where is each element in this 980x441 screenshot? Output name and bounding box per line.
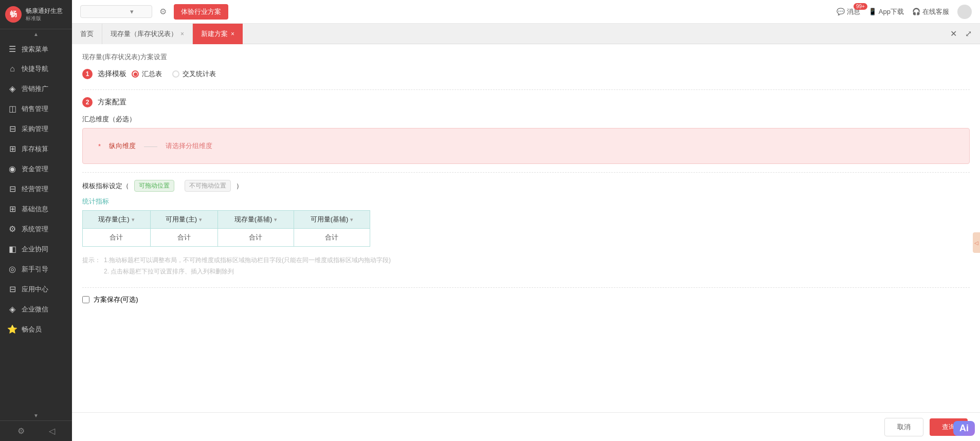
tip-1: 提示： 2. 点击标题栏下拉可设置排序、插入列和删除列 — [82, 266, 970, 278]
search-input[interactable] — [86, 8, 127, 15]
stat-label: 统计指标 — [82, 197, 970, 206]
col-summary-3: 合计 — [294, 229, 370, 247]
sidebar-nav: ☰ 搜索菜单 ⌂ 快捷导航 ◈ 营销推广 ◫ 销售管理 ⊟ 采购管理 ⊞ 库存核… — [0, 39, 72, 411]
radio-cross[interactable]: 交叉统计表 — [172, 69, 216, 79]
message-icon: 💬 — [837, 8, 845, 15]
radio-summary[interactable]: 汇总表 — [132, 69, 162, 79]
sidebar-item-search[interactable]: ☰ 搜索菜单 — [0, 39, 72, 59]
window-expand-icon[interactable]: ⤢ — [963, 27, 974, 41]
sidebar-item-label: 经营管理 — [22, 185, 48, 194]
sidebar-item-corp[interactable]: ◧ 企业协同 — [0, 239, 72, 259]
tabbar: 首页 现存量（库存状况表） × 新建方案 × ✕ ⤢ — [72, 24, 980, 44]
sidebar-item-label: 营销推广 — [22, 84, 48, 94]
star-icon: ⭐ — [7, 324, 17, 334]
col-summary-1: 合计 — [150, 229, 218, 247]
sidebar-item-label: 应用中心 — [22, 285, 48, 294]
radio-summary-dot — [132, 70, 139, 78]
sidebar-scroll-down[interactable]: ▼ — [0, 411, 72, 420]
chart-icon: ⊟ — [7, 184, 17, 194]
section-config: 2 方案配置 汇总维度（必选） * 纵向维度 —— 请选择分组维度 模板指标 — [82, 97, 970, 277]
indicator-setting-suffix: ） — [236, 181, 243, 191]
section2-label: 方案配置 — [98, 98, 126, 107]
sidebar-item-newbie[interactable]: ◎ 新手引导 — [0, 259, 72, 279]
tab-inventory[interactable]: 现存量（库存状况表） × — [102, 24, 193, 44]
stat-table-row: 合计 合计 合计 合计 — [83, 229, 370, 247]
sidebar-item-marketing[interactable]: ◈ 营销推广 — [0, 79, 72, 99]
dim-selector-box[interactable]: * 纵向维度 —— 请选择分组维度 — [82, 128, 970, 164]
col-header-0[interactable]: 现存量(主) ▾ — [83, 211, 151, 229]
col-dropdown-1[interactable]: 可用量(主) ▾ — [166, 215, 202, 224]
sidebar-item-system[interactable]: ⚙ 系统管理 — [0, 219, 72, 239]
tab-new-plan-label: 新建方案 — [201, 29, 228, 39]
sidebar-item-label: 基础信息 — [22, 205, 48, 214]
sidebar-item-base[interactable]: ⊞ 基础信息 — [0, 199, 72, 219]
ai-badge[interactable]: Ai — [953, 421, 975, 436]
save-checkbox-label: 方案保存(可选) — [94, 295, 138, 304]
sales-icon: ◫ — [7, 104, 17, 114]
content-area: 现存量(库存状况表)方案设置 1 选择模板 汇总表 — [72, 44, 980, 412]
sidebar-logo: 畅 畅康通好生意 标准版 — [0, 0, 72, 29]
save-checkbox[interactable] — [82, 296, 89, 303]
col-dropdown-2[interactable]: 现存量(基辅) ▾ — [234, 215, 278, 224]
radio-cross-label: 交叉统计表 — [183, 69, 216, 79]
sidebar-item-nav[interactable]: ⌂ 快捷导航 — [0, 59, 72, 79]
message-badge: 99+ — [854, 3, 867, 10]
col-header-2[interactable]: 现存量(基辅) ▾ — [218, 211, 294, 229]
indicator-setting-label: 模板指标设定（ — [82, 181, 129, 191]
cancel-button[interactable]: 取消 — [884, 418, 923, 436]
sidebar-scroll-up[interactable]: ▲ — [0, 29, 72, 39]
window-close-icon[interactable]: ✕ — [948, 27, 959, 41]
sidebar-item-label: 库存核算 — [22, 144, 48, 154]
sidebar-item-inventory[interactable]: ⊞ 库存核算 — [0, 139, 72, 159]
sidebar-item-label: 畅会员 — [22, 325, 42, 334]
tab-new-plan[interactable]: 新建方案 × — [193, 24, 243, 44]
col-dropdown-3[interactable]: 可用量(基辅) ▾ — [311, 215, 354, 224]
col-2-arrow: ▾ — [274, 216, 277, 223]
col-summary-2: 合计 — [218, 229, 294, 247]
collapse-icon[interactable]: ◁ — [49, 426, 55, 436]
tab-inventory-close[interactable]: × — [180, 30, 184, 38]
money-icon: ◉ — [7, 164, 17, 174]
trial-button[interactable]: 体验行业方案 — [174, 4, 228, 20]
col-header-1[interactable]: 可用量(主) ▾ — [150, 211, 218, 229]
service-label: 在线客服 — [922, 7, 949, 16]
message-button[interactable]: 💬 消息 99+ — [837, 7, 860, 16]
col-header-3[interactable]: 可用量(基辅) ▾ — [294, 211, 370, 229]
section1-label: 选择模板 — [98, 69, 126, 79]
sidebar-item-wechat[interactable]: ◈ 企业微信 — [0, 299, 72, 319]
box-icon: ⊞ — [7, 144, 17, 154]
user-avatar[interactable] — [957, 5, 972, 19]
resize-handle[interactable]: ◁ — [973, 232, 980, 253]
settings-icon[interactable]: ⚙ — [17, 426, 25, 436]
service-button[interactable]: 🎧 在线客服 — [912, 7, 949, 16]
app-download-label: App下载 — [879, 7, 904, 16]
dim-placeholder: 请选择分组维度 — [166, 141, 212, 151]
tab-inventory-label: 现存量（库存状况表） — [111, 29, 177, 39]
section-template: 1 选择模板 汇总表 交叉统计表 — [82, 69, 970, 79]
sidebar-item-label: 系统管理 — [22, 225, 48, 234]
sidebar-item-label: 快捷导航 — [22, 64, 48, 74]
sidebar-item-finance[interactable]: ◉ 资金管理 — [0, 159, 72, 179]
tab-home[interactable]: 首页 — [72, 24, 102, 44]
app-name: 畅康通好生意 — [26, 7, 63, 15]
search-dropdown-icon[interactable]: ▾ — [130, 8, 134, 15]
sidebar-item-operations[interactable]: ⊟ 经营管理 — [0, 179, 72, 199]
sidebar-item-member[interactable]: ⭐ 畅会员 — [0, 319, 72, 339]
app-version: 标准版 — [26, 15, 63, 22]
topbar-gear-icon[interactable]: ⚙ — [159, 7, 167, 16]
sidebar-item-sales[interactable]: ◫ 销售管理 — [0, 99, 72, 119]
bottombar: 取消 查询 — [72, 412, 980, 441]
col-dropdown-0[interactable]: 现存量(主) ▾ — [98, 215, 135, 224]
sidebar-item-apps[interactable]: ⊟ 应用中心 — [0, 279, 72, 299]
stat-table: 现存量(主) ▾ 可用量(主) ▾ — [82, 210, 370, 247]
sidebar-item-label: 采购管理 — [22, 124, 48, 134]
main-area: ▾ ⚙ 体验行业方案 💬 消息 99+ 📱 App下载 🎧 在线客服 首页 — [72, 0, 980, 441]
corp-icon: ◧ — [7, 244, 17, 254]
sidebar-item-purchase[interactable]: ⊟ 采购管理 — [0, 119, 72, 139]
tab-new-plan-close[interactable]: × — [231, 30, 234, 38]
topbar-search-box[interactable]: ▾ — [80, 5, 152, 18]
search-menu-icon: ☰ — [7, 44, 17, 54]
app-download-button[interactable]: 📱 App下载 — [868, 7, 904, 16]
cart-icon: ⊟ — [7, 124, 17, 134]
fixed-badge: 不可拖动位置 — [185, 180, 231, 192]
